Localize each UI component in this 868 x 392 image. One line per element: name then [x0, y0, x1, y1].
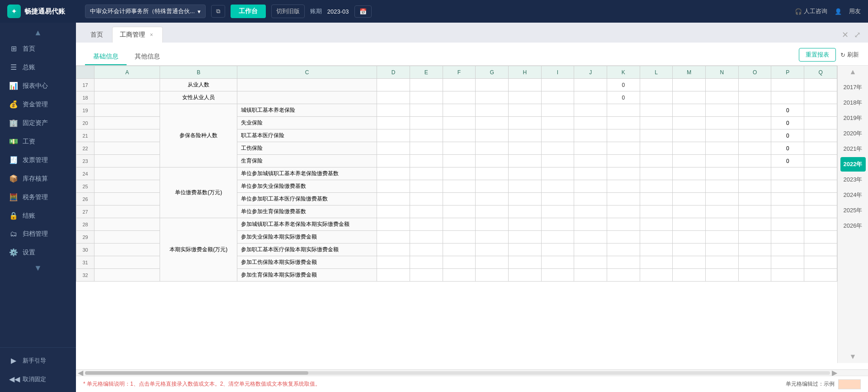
cell-l[interactable] [640, 218, 673, 231]
cell-q[interactable] [804, 180, 837, 193]
cell-n[interactable] [706, 244, 739, 256]
cell-d[interactable] [377, 129, 410, 142]
cell-l[interactable] [640, 167, 673, 180]
cell-j[interactable] [574, 244, 607, 256]
cell-o[interactable] [738, 231, 771, 244]
cell-j[interactable] [574, 167, 607, 180]
cell-c[interactable]: 单位参加城镇职工基本养老保险缴费基数 [237, 167, 377, 180]
cell-q[interactable] [804, 91, 837, 104]
cell-c[interactable]: 参加城镇职工基本养老保险本期实际缴费金额 [237, 218, 377, 231]
cell-p[interactable] [771, 79, 804, 91]
year-item[interactable]: 2025年 [840, 203, 866, 218]
reset-report-button[interactable]: 重置报表 [799, 48, 836, 62]
cell-k[interactable] [607, 256, 640, 269]
cell-d[interactable] [377, 167, 410, 180]
copy-button[interactable]: ⧉ [211, 5, 225, 18]
cell-i[interactable] [541, 117, 574, 129]
cell-k[interactable] [607, 231, 640, 244]
cell-g[interactable] [476, 167, 509, 180]
cell-f[interactable] [443, 155, 476, 167]
spreadsheet-wrap[interactable]: A B C D E F G H I J K L M [76, 66, 868, 369]
cell-i[interactable] [541, 206, 574, 218]
cell-m[interactable] [673, 104, 706, 117]
cell-q[interactable] [804, 231, 837, 244]
cell-o[interactable] [738, 206, 771, 218]
cell-n[interactable] [706, 91, 739, 104]
cell-p[interactable] [771, 180, 804, 193]
cell-m[interactable] [673, 155, 706, 167]
sidebar-item-assets[interactable]: 🏢 固定资产 [0, 114, 76, 132]
cell-h[interactable] [508, 206, 541, 218]
cell-f[interactable] [443, 269, 476, 282]
h-scroll-track[interactable] [85, 371, 830, 375]
cell-o[interactable] [738, 155, 771, 167]
cell-h[interactable] [508, 244, 541, 256]
cell-m[interactable] [673, 244, 706, 256]
cell-a[interactable] [94, 155, 160, 167]
cell-d[interactable] [377, 117, 410, 129]
cell-p[interactable] [771, 231, 804, 244]
cell-h[interactable] [508, 142, 541, 155]
cell-q[interactable] [804, 79, 837, 91]
sidebar-item-close[interactable]: 🔒 结账 [0, 206, 76, 225]
cell-k[interactable] [607, 104, 640, 117]
cell-q[interactable] [804, 244, 837, 256]
cell-l[interactable] [640, 244, 673, 256]
cell-c[interactable]: 城镇职工基本养老保险 [237, 104, 377, 117]
year-item[interactable]: 2024年 [840, 188, 866, 202]
cell-j[interactable] [574, 231, 607, 244]
cell-b[interactable]: 从业人数 [160, 79, 237, 91]
sidebar-item-tax[interactable]: 🧮 税务管理 [0, 188, 76, 206]
cell-c[interactable]: 参加失业保险本期实际缴费金额 [237, 231, 377, 244]
cell-n[interactable] [706, 167, 739, 180]
cell-c[interactable]: 失业保险 [237, 117, 377, 129]
user-label[interactable]: 用友 [849, 7, 861, 15]
cell-c[interactable]: 单位参加职工基本医疗保险缴费基数 [237, 193, 377, 206]
cell-l[interactable] [640, 231, 673, 244]
table-row[interactable]: 18女性从业人员0 [76, 91, 837, 104]
cell-k[interactable]: 0 [607, 91, 640, 104]
cell-l[interactable] [640, 117, 673, 129]
cell-d[interactable] [377, 231, 410, 244]
year-item[interactable]: 2022年 [840, 157, 866, 172]
cell-o[interactable] [738, 91, 771, 104]
cell-e[interactable] [410, 155, 443, 167]
cell-a[interactable] [94, 269, 160, 282]
cell-p[interactable]: 0 [771, 129, 804, 142]
tab-commerce[interactable]: 工商管理 × [112, 27, 163, 43]
year-panel-down-button[interactable]: ▼ [838, 350, 868, 363]
sidebar-item-ledger[interactable]: ☰ 总账 [0, 58, 76, 76]
cell-a[interactable] [94, 142, 160, 155]
cell-d[interactable] [377, 256, 410, 269]
cell-c[interactable]: 单位参加生育保险缴费基数 [237, 206, 377, 218]
cell-a[interactable] [94, 104, 160, 117]
cell-g[interactable] [476, 180, 509, 193]
cell-l[interactable] [640, 142, 673, 155]
sidebar-scroll-up[interactable]: ▲ [0, 26, 76, 39]
cell-m[interactable] [673, 91, 706, 104]
cell-d[interactable] [377, 269, 410, 282]
cell-i[interactable] [541, 244, 574, 256]
refresh-button[interactable]: ↻ 刷新 [840, 51, 859, 59]
cell-g[interactable] [476, 142, 509, 155]
cell-o[interactable] [738, 129, 771, 142]
cell-n[interactable] [706, 129, 739, 142]
cell-h[interactable] [508, 91, 541, 104]
cell-m[interactable] [673, 79, 706, 91]
cell-n[interactable] [706, 193, 739, 206]
cell-d[interactable] [377, 91, 410, 104]
cell-q[interactable] [804, 167, 837, 180]
sidebar-item-settings[interactable]: ⚙️ 设置 [0, 243, 76, 262]
cell-k[interactable] [607, 180, 640, 193]
cell-k[interactable] [607, 206, 640, 218]
cell-o[interactable] [738, 104, 771, 117]
cell-c[interactable] [237, 79, 377, 91]
sidebar-item-unpin[interactable]: ◀◀ 取消固定 [0, 370, 76, 388]
sidebar-item-inventory[interactable]: 📦 库存核算 [0, 169, 76, 188]
cell-n[interactable] [706, 142, 739, 155]
cell-e[interactable] [410, 218, 443, 231]
cell-m[interactable] [673, 218, 706, 231]
table-row[interactable]: 19参保各险种人数城镇职工基本养老保险0 [76, 104, 837, 117]
table-row[interactable]: 17从业人数0 [76, 79, 837, 91]
cell-g[interactable] [476, 193, 509, 206]
